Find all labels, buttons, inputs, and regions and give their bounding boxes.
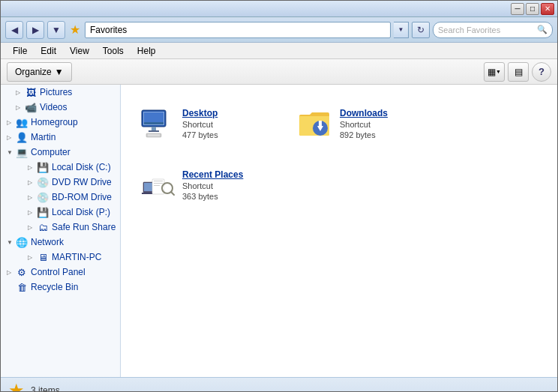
sidebar-item-label: Videos [40, 102, 67, 112]
sidebar-item-label: Control Panel [31, 267, 86, 277]
downloads-icon [296, 106, 332, 142]
search-placeholder: Search Favorites [438, 25, 500, 34]
sidebar-item-label: Martin [31, 132, 56, 142]
dropdown-button[interactable]: ▼ [47, 21, 65, 39]
sidebar-item-label: Local Disk (C:) [52, 162, 111, 172]
address-field[interactable]: Favorites [85, 22, 391, 38]
expand-icon [7, 284, 14, 291]
menu-file[interactable]: File [7, 44, 33, 58]
minimize-button[interactable]: ─ [511, 3, 524, 15]
file-name: Downloads [340, 108, 388, 118]
status-bar: ★ 3 items [1, 377, 557, 392]
forward-button[interactable]: ▶ [26, 21, 44, 39]
sidebar-item-martin-pc[interactable]: ▷ 🖥 MARTIN-PC [1, 250, 120, 265]
sidebar: ▷ 🖼 Pictures ▷ 📹 Videos ▷ 👥 Homegroup ▷ … [1, 85, 121, 377]
menu-edit[interactable]: Edit [34, 44, 62, 58]
sidebar-item-local-disk-p[interactable]: ▷ 💾 Local Disk (P:) [1, 205, 120, 220]
expand-icon: ▷ [7, 119, 14, 126]
file-type: Shortcut [340, 120, 388, 129]
sidebar-item-label: Computer [31, 147, 70, 157]
file-item-desktop[interactable]: Desktop Shortcut 477 bytes [133, 97, 283, 151]
back-button[interactable]: ◀ [5, 21, 23, 39]
disk-p-icon: 💾 [37, 206, 49, 218]
organize-label: Organize [15, 67, 52, 77]
expand-icon: ▷ [28, 179, 35, 186]
sidebar-item-label: Safe Run Share [52, 222, 116, 232]
title-bar: ─ □ ✕ [1, 1, 557, 17]
sidebar-item-label: Pictures [40, 87, 72, 97]
address-dropdown-button[interactable]: ▼ [394, 22, 409, 38]
file-info-desktop: Desktop Shortcut 477 bytes [182, 108, 218, 139]
sidebar-item-videos[interactable]: ▷ 📹 Videos [1, 100, 120, 115]
sidebar-item-label: BD-ROM Drive [52, 192, 112, 202]
videos-icon: 📹 [25, 101, 37, 113]
svg-rect-3 [144, 122, 164, 124]
network-icon: 🌐 [16, 236, 28, 248]
go-button[interactable]: ↻ [412, 22, 430, 38]
file-size: 477 bytes [182, 130, 218, 139]
file-info-recent-places: Recent Places Shortcut 363 bytes [182, 169, 243, 201]
file-item-recent-places[interactable]: Recent Places Shortcut 363 bytes [133, 158, 283, 212]
expand-icon: ▼ [7, 149, 14, 156]
homegroup-icon: 👥 [16, 116, 28, 128]
svg-rect-7 [148, 134, 160, 136]
menu-view[interactable]: View [64, 44, 95, 58]
view-icon: ▦ [488, 67, 496, 77]
recent-places-icon [139, 167, 175, 203]
dvd-rw-icon: 💿 [37, 176, 49, 188]
content-area: Desktop Shortcut 477 bytes Downloads [121, 85, 557, 377]
expand-icon: ▼ [7, 239, 14, 246]
menu-tools[interactable]: Tools [97, 44, 130, 58]
svg-rect-17 [154, 185, 160, 186]
pane-button[interactable]: ▤ [508, 62, 529, 82]
sidebar-item-dvd-rw[interactable]: ▷ 💿 DVD RW Drive [1, 175, 120, 190]
maximize-button[interactable]: □ [526, 3, 539, 15]
help-button[interactable]: ? [532, 62, 551, 82]
favorites-star-icon: ★ [70, 22, 80, 37]
svg-rect-16 [154, 183, 163, 184]
sidebar-item-computer[interactable]: ▼ 💻 Computer [1, 145, 120, 160]
status-item-count: 3 items [31, 385, 60, 393]
search-field[interactable]: Search Favorites 🔍 [433, 22, 553, 38]
sidebar-item-label: Homegroup [31, 117, 78, 127]
file-item-downloads[interactable]: Downloads Shortcut 892 bytes [290, 97, 440, 151]
expand-icon: ▷ [28, 254, 35, 261]
sidebar-item-martin[interactable]: ▷ 👤 Martin [1, 130, 120, 145]
organize-button[interactable]: Organize ▼ [7, 62, 72, 82]
close-button[interactable]: ✕ [541, 3, 554, 15]
view-button[interactable]: ▦ ▼ [484, 62, 505, 82]
help-icon: ? [538, 66, 544, 77]
sidebar-item-recycle-bin[interactable]: 🗑 Recycle Bin [1, 280, 120, 295]
pictures-icon: 🖼 [25, 86, 37, 98]
organize-arrow-icon: ▼ [55, 67, 64, 77]
file-type: Shortcut [182, 120, 218, 129]
recycle-bin-icon: 🗑 [16, 281, 28, 293]
computer-icon: 💻 [16, 146, 28, 158]
svg-rect-4 [152, 127, 156, 130]
sidebar-item-network[interactable]: ▼ 🌐 Network [1, 235, 120, 250]
sidebar-item-pictures[interactable]: ▷ 🖼 Pictures [1, 85, 120, 100]
sidebar-item-homegroup[interactable]: ▷ 👥 Homegroup [1, 115, 120, 130]
sidebar-item-control-panel[interactable]: ▷ ⚙ Control Panel [1, 265, 120, 280]
sidebar-item-bd-rom[interactable]: ▷ 💿 BD-ROM Drive [1, 190, 120, 205]
sidebar-item-safe-run[interactable]: ▷ 🗂 Safe Run Share [1, 220, 120, 235]
search-icon[interactable]: 🔍 [537, 25, 548, 34]
expand-icon: ▷ [16, 104, 23, 111]
sidebar-item-label: Network [31, 237, 64, 247]
svg-rect-15 [154, 181, 163, 181]
file-size: 892 bytes [340, 130, 388, 139]
main-layout: ▷ 🖼 Pictures ▷ 📹 Videos ▷ 👥 Homegroup ▷ … [1, 85, 557, 377]
address-value: Favorites [90, 25, 127, 35]
menu-help[interactable]: Help [131, 44, 162, 58]
sidebar-item-local-disk-c[interactable]: ▷ 💾 Local Disk (C:) [1, 160, 120, 175]
expand-icon: ▷ [7, 269, 14, 276]
sidebar-item-label: Local Disk (P:) [52, 207, 110, 217]
file-name: Desktop [182, 108, 218, 118]
disk-c-icon: 💾 [37, 161, 49, 173]
view-arrow-icon: ▼ [496, 69, 501, 74]
expand-icon: ▷ [28, 164, 35, 171]
address-bar: ◀ ▶ ▼ ★ Favorites ▼ ↻ Search Favorites 🔍 [1, 17, 557, 43]
sidebar-item-label: MARTIN-PC [52, 252, 101, 262]
file-name: Recent Places [182, 169, 243, 180]
title-bar-buttons: ─ □ ✕ [511, 3, 554, 15]
